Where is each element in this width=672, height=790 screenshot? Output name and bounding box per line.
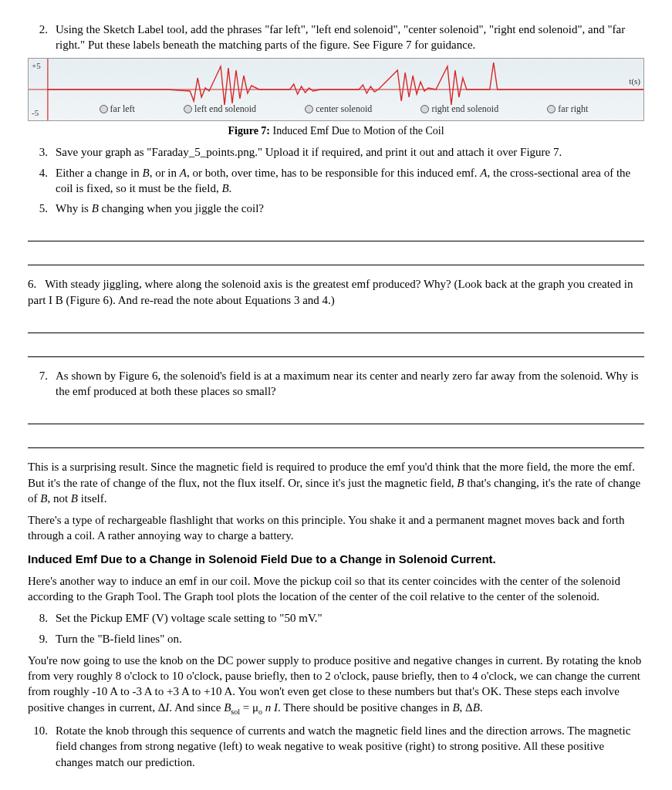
answer-lines-q6 <box>28 312 644 357</box>
figure-graph: +5 -5 t(s) far left left end solenoid ce… <box>28 58 644 121</box>
text: . And since <box>169 701 224 714</box>
subscript: sol <box>231 707 240 716</box>
label-left-end: left end solenoid <box>184 103 256 115</box>
question-3: 3. Save your graph as "Faraday_5_points.… <box>28 144 644 160</box>
answer-line <box>28 312 644 333</box>
answer-line <box>28 336 644 357</box>
intro-para: Here's another way to induce an emf in o… <box>28 573 644 605</box>
var-B: B <box>457 477 464 489</box>
question-10: 10. Rotate the knob through this sequenc… <box>28 723 644 770</box>
answer-line <box>28 245 644 265</box>
question-2: 2. Using the Sketch Label tool, add the … <box>28 22 644 53</box>
question-text: Why is B changing when you jiggle the co… <box>56 201 644 216</box>
circle-icon <box>420 105 429 113</box>
answer-line <box>28 427 644 448</box>
question-4: 4. Either a change in B, or in A, or bot… <box>28 165 644 197</box>
var-B: B <box>452 701 459 714</box>
list-number: 6. <box>28 278 36 290</box>
circle-icon <box>100 105 108 113</box>
text: , or in <box>150 167 180 179</box>
question-text: Using the Sketch Label tool, add the phr… <box>56 22 644 53</box>
var-B: B <box>71 492 78 505</box>
text: = μ <box>240 701 258 714</box>
list-number: 8. <box>28 610 56 626</box>
var-B: B <box>221 182 228 194</box>
label-far-right: far right <box>547 103 588 115</box>
figure-caption: Figure 7: Induced Emf Due to Motion of t… <box>28 124 644 139</box>
answer-line <box>28 403 644 424</box>
circle-icon <box>184 105 192 113</box>
text: Why is <box>56 202 92 214</box>
caption-bold: Figure 7: <box>228 125 270 137</box>
text: , or both, over time, has to be responsi… <box>187 167 480 179</box>
list-number: 7. <box>28 368 56 400</box>
caption-text: Induced Emf Due to Motion of the Coil <box>270 125 444 137</box>
explanation-para-2: There's a type of rechargeable flashligh… <box>28 512 644 544</box>
text: Either a change in <box>56 167 142 179</box>
label-right-end: right end solenoid <box>420 103 498 115</box>
var-B: B <box>142 167 149 179</box>
answer-lines-q7 <box>28 403 644 448</box>
var-nI: n I <box>262 701 278 714</box>
question-text: With steady jiggling, where along the so… <box>28 278 633 306</box>
question-7: 7. As shown by Figure 6, the solenoid's … <box>28 368 644 400</box>
instruction-para: You're now going to use the knob on the … <box>28 653 644 717</box>
label-center: center solenoid <box>305 103 372 115</box>
circle-icon <box>547 105 555 113</box>
var-B: B <box>224 701 231 714</box>
var-B: B <box>473 701 480 714</box>
text: . There should be positive changes in <box>278 701 452 714</box>
label-text: left end solenoid <box>194 103 256 115</box>
text: . <box>229 182 232 194</box>
var-A: A <box>180 167 187 179</box>
label-text: far right <box>558 103 588 115</box>
explanation-para-1: This is a surprising result. Since the m… <box>28 459 644 506</box>
graph-labels-row: far left left end solenoid center soleno… <box>29 103 643 115</box>
section-heading: Induced Emf Due to a Change in Solenoid … <box>28 552 644 567</box>
text: changing when you jiggle the coil? <box>99 202 264 214</box>
question-text: Set the Pickup EMF (V) voltage scale set… <box>56 610 644 626</box>
label-far-left: far left <box>100 103 135 115</box>
list-number: 3. <box>28 144 56 160</box>
question-text: As shown by Figure 6, the solenoid's fie… <box>56 368 644 400</box>
text: itself. <box>78 492 107 505</box>
label-text: right end solenoid <box>431 103 498 115</box>
figure-7: +5 -5 t(s) far left left end solenoid ce… <box>28 58 644 139</box>
answer-lines-q5 <box>28 221 644 265</box>
var-B: B <box>92 202 99 214</box>
label-text: far left <box>110 103 135 115</box>
label-text: center solenoid <box>316 103 372 115</box>
list-number: 5. <box>28 201 56 216</box>
list-number: 10. <box>28 723 56 770</box>
question-text: Rotate the knob through this sequence of… <box>56 723 644 770</box>
text: , Δ <box>460 701 473 714</box>
question-text: Turn the "B-field lines" on. <box>56 631 644 647</box>
question-8: 8. Set the Pickup EMF (V) voltage scale … <box>28 610 644 626</box>
question-6: 6. With steady jiggling, where along the… <box>28 276 644 308</box>
question-9: 9. Turn the "B-field lines" on. <box>28 631 644 647</box>
text: . <box>480 701 483 714</box>
answer-line <box>28 221 644 241</box>
text: , not <box>47 492 70 505</box>
list-number: 9. <box>28 631 56 647</box>
question-text: Either a change in B, or in A, or both, … <box>56 165 644 197</box>
list-number: 4. <box>28 165 56 197</box>
question-text: Save your graph as "Faraday_5_points.png… <box>56 144 644 160</box>
circle-icon <box>305 105 313 113</box>
question-5: 5. Why is B changing when you jiggle the… <box>28 201 644 216</box>
list-number: 2. <box>28 22 56 53</box>
